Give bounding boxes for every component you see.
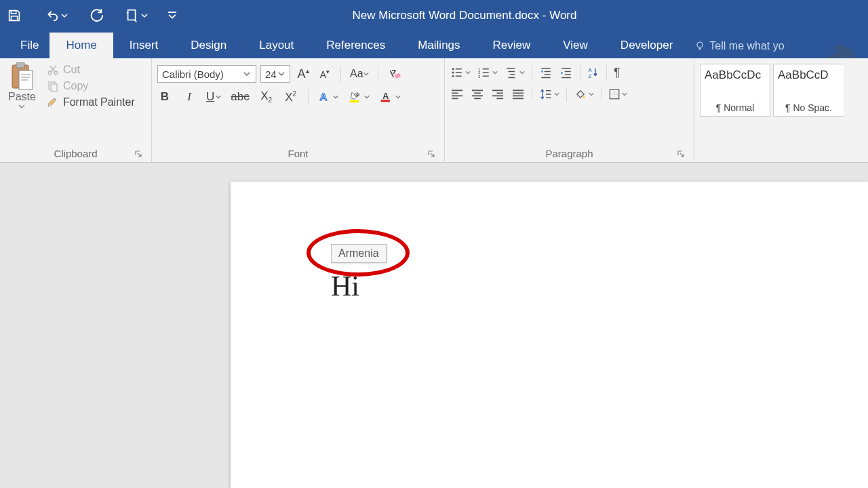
shading-button[interactable] xyxy=(574,87,594,102)
svg-text:A: A xyxy=(589,67,592,73)
sort-icon: AZ xyxy=(587,66,599,79)
font-dialog-launcher[interactable] xyxy=(427,148,436,158)
clipboard-dialog-launcher[interactable] xyxy=(134,148,143,158)
svg-text:A: A xyxy=(319,91,327,102)
chevron-down-icon xyxy=(492,70,498,75)
decrease-indent-icon xyxy=(539,66,553,79)
pilcrow-icon: ¶ xyxy=(614,66,620,80)
highlight-button[interactable]: ab xyxy=(348,90,370,104)
eraser-icon xyxy=(387,67,402,81)
group-clipboard: Paste Cut Copy Format Painter Clipboa xyxy=(0,58,152,162)
increase-indent-icon xyxy=(559,66,573,79)
decrease-indent-button[interactable] xyxy=(539,65,553,80)
chevron-down-icon xyxy=(589,92,594,97)
tell-me-label: Tell me what yo xyxy=(709,40,784,52)
numbering-button[interactable]: 123 xyxy=(477,65,498,80)
borders-button[interactable] xyxy=(608,87,627,102)
align-center-icon xyxy=(471,89,484,100)
format-painter-button[interactable]: Format Painter xyxy=(44,95,138,110)
grow-font-button[interactable]: A▴ xyxy=(294,65,312,83)
bullets-button[interactable] xyxy=(450,65,471,80)
paste-button[interactable]: Paste xyxy=(5,61,39,145)
svg-point-18 xyxy=(452,72,454,74)
cut-button[interactable]: Cut xyxy=(44,62,138,77)
align-center-button[interactable] xyxy=(471,87,484,102)
italic-button[interactable]: I xyxy=(182,90,197,104)
multilevel-list-button[interactable] xyxy=(505,65,525,80)
text-effects-button[interactable]: A xyxy=(318,90,338,104)
tab-layout[interactable]: Layout xyxy=(243,33,310,58)
chevron-down-icon xyxy=(395,94,401,100)
group-font: Calibri (Body) 24 A▴ A▾ Aa xyxy=(152,58,445,162)
sort-button[interactable]: AZ xyxy=(587,65,599,80)
tab-home[interactable]: Home xyxy=(50,33,113,58)
scissors-icon xyxy=(47,64,59,76)
svg-rect-2 xyxy=(128,10,136,20)
paintbrush-icon xyxy=(47,96,59,108)
justify-icon xyxy=(511,89,525,100)
tab-references[interactable]: References xyxy=(310,33,401,58)
align-left-icon xyxy=(450,89,464,100)
tab-review[interactable]: Review xyxy=(477,33,547,58)
paragraph-group-label: Paragraph xyxy=(450,145,688,161)
undo-button[interactable] xyxy=(42,8,68,23)
tab-design[interactable]: Design xyxy=(174,33,243,58)
line-spacing-icon xyxy=(539,88,553,100)
svg-text:3: 3 xyxy=(478,75,481,79)
chevron-down-icon xyxy=(364,94,370,100)
chevron-down-icon xyxy=(363,71,369,77)
customize-qat-button[interactable] xyxy=(168,12,176,20)
format-painter-label: Format Painter xyxy=(63,96,135,108)
show-hide-button[interactable]: ¶ xyxy=(614,65,620,80)
chevron-down-icon xyxy=(622,92,627,97)
borders-icon xyxy=(608,88,620,100)
style-no-spacing[interactable]: AaBbCcD ¶ No Spac. xyxy=(773,64,844,117)
strikethrough-button[interactable]: abc xyxy=(231,90,249,104)
tab-file[interactable]: File xyxy=(9,33,50,58)
justify-button[interactable] xyxy=(511,87,525,102)
font-size-combo[interactable]: 24 xyxy=(260,65,290,83)
style-sample: AaBbCcD xyxy=(778,68,840,82)
redo-button[interactable] xyxy=(88,8,104,23)
tab-developer[interactable]: Developer xyxy=(604,33,690,58)
shrink-font-button[interactable]: A▾ xyxy=(316,65,334,83)
paragraph-dialog-launcher[interactable] xyxy=(676,148,686,158)
chevron-down-icon xyxy=(168,12,176,20)
superscript-button[interactable]: X2 xyxy=(283,90,298,104)
font-color-icon: A xyxy=(379,90,394,104)
align-right-button[interactable] xyxy=(491,87,505,102)
multilevel-icon xyxy=(505,66,518,79)
svg-rect-5 xyxy=(16,62,24,68)
shrink-font-icon: A▾ xyxy=(320,68,330,80)
underline-button[interactable]: U xyxy=(206,90,221,104)
font-color-button[interactable]: A xyxy=(379,90,401,104)
title-bar: New Microsoft Word Document.docx - Word xyxy=(0,0,868,31)
document-page[interactable]: Armenia Hi xyxy=(231,182,868,488)
tell-me-search[interactable]: Tell me what yo xyxy=(689,34,789,58)
tab-insert[interactable]: Insert xyxy=(113,33,175,58)
new-slide-button[interactable] xyxy=(125,8,148,23)
window-title: New Microsoft Word Document.docx - Word xyxy=(176,9,753,22)
subscript-button[interactable]: X2 xyxy=(259,89,274,104)
chevron-down-icon xyxy=(141,12,148,19)
svg-rect-11 xyxy=(394,73,401,79)
save-button[interactable] xyxy=(7,8,22,23)
paste-label: Paste xyxy=(8,91,36,103)
tab-mailings[interactable]: Mailings xyxy=(401,33,476,58)
copy-button[interactable]: Copy xyxy=(44,79,138,94)
annotation-ellipse xyxy=(307,229,410,277)
change-case-button[interactable]: Aa xyxy=(348,65,371,83)
align-right-icon xyxy=(491,89,505,100)
clear-formatting-button[interactable] xyxy=(385,65,404,83)
highlight-icon: ab xyxy=(348,90,363,104)
lightbulb-icon xyxy=(694,41,705,52)
style-normal[interactable]: AaBbCcDc ¶ Normal xyxy=(700,64,770,117)
font-name-combo[interactable]: Calibri (Body) xyxy=(157,65,256,83)
bold-button[interactable]: B xyxy=(157,90,172,104)
copy-label: Copy xyxy=(63,80,88,92)
align-left-button[interactable] xyxy=(450,87,464,102)
increase-indent-button[interactable] xyxy=(559,65,573,80)
ribbon: Paste Cut Copy Format Painter Clipboa xyxy=(0,58,868,163)
tab-view[interactable]: View xyxy=(547,33,604,58)
line-spacing-button[interactable] xyxy=(539,87,559,102)
